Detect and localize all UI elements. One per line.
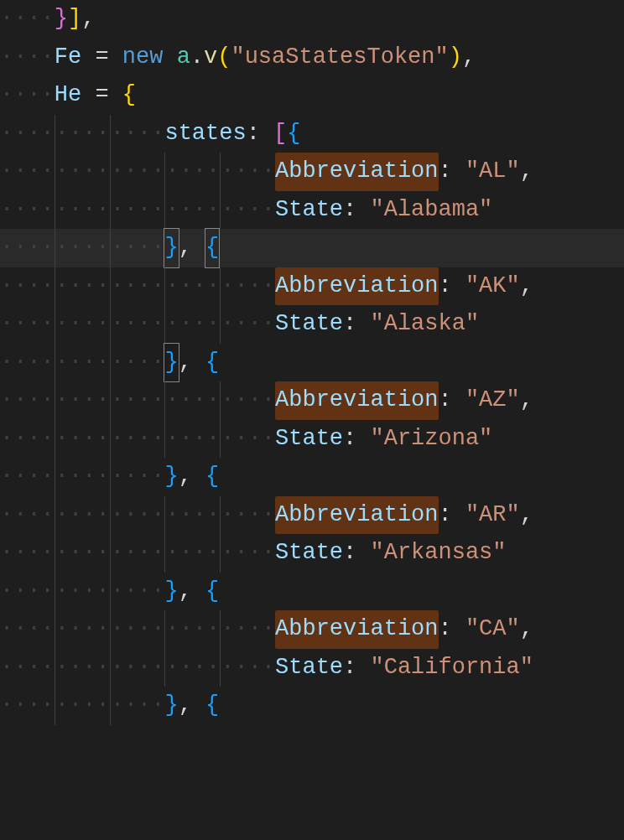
whitespace-indent: ···· <box>55 420 110 459</box>
code-token: = <box>95 76 108 115</box>
code-line[interactable]: ····················State: "Arkansas" <box>0 534 624 573</box>
code-line[interactable]: ····················Abbreviation: "AR", <box>0 496 624 535</box>
code-token: : <box>439 496 452 535</box>
code-token <box>81 76 95 115</box>
whitespace-indent: ···· <box>0 76 55 115</box>
code-token: : <box>343 420 356 459</box>
code-token: State <box>275 534 343 573</box>
whitespace-indent: ···· <box>164 267 220 306</box>
code-token <box>109 76 122 115</box>
code-token: : <box>343 305 356 344</box>
whitespace-indent: ···· <box>220 381 275 420</box>
whitespace-indent: ···· <box>220 153 275 191</box>
code-token <box>356 305 370 344</box>
code-line[interactable]: ············}, { <box>0 573 624 611</box>
code-line[interactable]: ············}, { <box>0 687 624 725</box>
code-token: } <box>164 458 178 496</box>
whitespace-indent: ···· <box>55 534 110 573</box>
whitespace-indent: ···· <box>110 191 165 230</box>
whitespace-indent: ···· <box>164 610 220 649</box>
whitespace-indent: ···· <box>110 229 165 267</box>
code-token: He <box>55 76 81 115</box>
code-token: a <box>177 39 190 77</box>
code-line[interactable]: ····················State: "Alaska" <box>0 305 624 344</box>
whitespace-indent: ···· <box>0 458 55 496</box>
code-token <box>356 191 370 230</box>
code-line[interactable]: ····}], <box>0 0 624 39</box>
whitespace-indent: ···· <box>110 687 165 725</box>
code-line[interactable]: ····················Abbreviation: "AL", <box>0 153 624 191</box>
whitespace-indent: ···· <box>55 153 110 191</box>
code-token: Abbreviation <box>275 610 438 649</box>
whitespace-indent: ···· <box>55 267 110 306</box>
code-line[interactable]: ····················Abbreviation: "CA", <box>0 610 624 649</box>
code-token: [ <box>273 115 287 153</box>
whitespace-indent: ···· <box>0 420 55 459</box>
whitespace-indent: ···· <box>55 496 110 535</box>
whitespace-indent: ···· <box>55 229 110 267</box>
code-token: Abbreviation <box>275 381 438 420</box>
code-token <box>452 610 465 649</box>
whitespace-indent: ···· <box>220 649 275 687</box>
whitespace-indent: ···· <box>0 496 55 535</box>
whitespace-indent: ···· <box>164 420 220 459</box>
code-token: "AR" <box>465 496 520 535</box>
code-line[interactable]: ············}, { <box>0 229 624 267</box>
code-line[interactable]: ····Fe = new a.v("usaStatesToken"), <box>0 39 624 77</box>
code-token <box>356 534 370 573</box>
code-line[interactable]: ····················Abbreviation: "AK", <box>0 267 624 306</box>
code-line[interactable]: ····················Abbreviation: "AZ", <box>0 381 624 420</box>
code-token: ] <box>68 0 81 39</box>
code-token <box>192 344 205 382</box>
code-line[interactable]: ····················State: "Alabama" <box>0 191 624 230</box>
whitespace-indent: ···· <box>0 381 55 420</box>
code-token: { <box>205 458 219 496</box>
code-token: : <box>439 267 452 306</box>
code-token: State <box>275 305 343 344</box>
code-token: , <box>179 229 192 267</box>
code-token: "AZ" <box>465 381 520 420</box>
code-token: : <box>247 115 260 153</box>
whitespace-indent: ···· <box>110 115 165 153</box>
whitespace-indent: ···· <box>55 344 110 382</box>
whitespace-indent: ···· <box>110 649 165 687</box>
whitespace-indent: ···· <box>55 573 110 611</box>
whitespace-indent: ···· <box>0 649 55 687</box>
code-token: { <box>205 687 219 725</box>
whitespace-indent: ···· <box>110 573 165 611</box>
whitespace-indent: ···· <box>55 115 110 153</box>
code-token <box>109 39 122 77</box>
whitespace-indent: ···· <box>55 687 110 725</box>
code-token <box>356 420 370 459</box>
code-token: , <box>179 573 192 611</box>
code-token <box>81 39 95 77</box>
code-token: "AK" <box>465 267 520 306</box>
code-token <box>452 153 465 191</box>
code-token: states <box>164 115 246 153</box>
whitespace-indent: ···· <box>110 305 165 344</box>
code-line[interactable]: ····················State: "California" <box>0 649 624 687</box>
code-token: , <box>520 496 533 535</box>
code-token: State <box>275 191 343 230</box>
code-token: } <box>164 343 179 383</box>
code-line[interactable]: ····He = { <box>0 76 624 115</box>
whitespace-indent: ···· <box>110 534 165 573</box>
whitespace-indent: ···· <box>55 305 110 344</box>
code-token: : <box>439 610 452 649</box>
whitespace-indent: ···· <box>164 534 220 573</box>
whitespace-indent: ···· <box>220 610 275 649</box>
code-line[interactable]: ············}, { <box>0 344 624 382</box>
code-token <box>452 381 465 420</box>
code-token: Fe <box>55 39 81 77</box>
whitespace-indent: ···· <box>220 420 275 459</box>
code-token <box>192 573 205 611</box>
code-token: : <box>439 381 452 420</box>
whitespace-indent: ···· <box>220 534 275 573</box>
code-line[interactable]: ············states: [{ <box>0 115 624 153</box>
code-token <box>452 267 465 306</box>
code-token: "California" <box>370 649 533 687</box>
code-token: State <box>275 420 343 459</box>
code-line[interactable]: ············}, { <box>0 458 624 496</box>
code-editor[interactable]: ····}],····Fe = new a.v("usaStatesToken"… <box>0 0 624 725</box>
code-line[interactable]: ····················State: "Arizona" <box>0 420 624 459</box>
